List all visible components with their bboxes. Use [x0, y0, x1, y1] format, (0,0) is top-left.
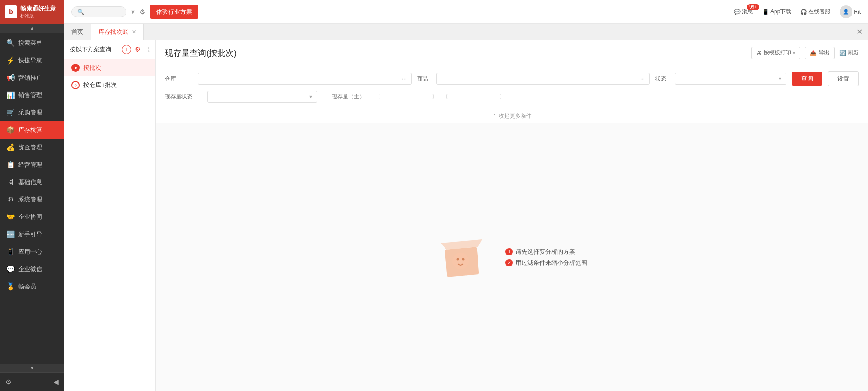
sidebar-item-marketing[interactable]: 📢 营销推广 [0, 69, 64, 87]
sidebar-header: b 畅康通好生意 标准版 [0, 0, 64, 24]
sidebar-item-guide[interactable]: 🆕 新手引导 [0, 226, 64, 243]
sidebar-item-member[interactable]: 🏅 畅会员 [0, 278, 64, 295]
sidebar-item-search[interactable]: 🔍 搜索菜单 [0, 34, 64, 52]
scroll-down-btn[interactable]: ▼ [0, 364, 64, 372]
refresh-label: 刷新 [848, 49, 859, 57]
topbar-search-bar[interactable]: 🔍 [71, 6, 126, 17]
tab-home-label: 首页 [71, 28, 83, 36]
sidebar-item-inventory[interactable]: 📦 库存核算 [0, 121, 64, 139]
plan-item-by-warehouse-batch[interactable]: ○ 按仓库+批次 [64, 76, 155, 94]
app-download-label: App下载 [770, 8, 791, 16]
sidebar-item-operation[interactable]: 📋 经营管理 [0, 156, 64, 174]
hint-1-text: 请先选择要分析的方案 [516, 248, 575, 256]
range-dash: — [437, 93, 443, 100]
sidebar-item-system[interactable]: ⚙ 系统管理 [0, 191, 64, 208]
sidebar-nav: 🔍 搜索菜单 ⚡ 快捷导航 📢 营销推广 📊 销售管理 🛒 采购管理 📦 库存核… [0, 33, 64, 364]
message-btn[interactable]: 💬 消息 99+ [734, 8, 753, 16]
settings-button[interactable]: 设置 [828, 71, 859, 86]
sidebar-item-quick-label: 快捷导航 [18, 56, 42, 65]
panel-collapse-icon[interactable]: 《 [144, 46, 150, 54]
sidebar-item-system-label: 系统管理 [18, 196, 42, 204]
sidebar-item-operation-label: 经营管理 [18, 161, 42, 169]
status-dropdown-icon: ▾ [779, 76, 781, 82]
footer-settings-icon[interactable]: ⚙ [4, 376, 13, 387]
warehouse-input[interactable]: ··· [198, 73, 412, 85]
product-input[interactable]: ··· [436, 73, 650, 85]
sidebar-item-inventory-label: 库存核算 [18, 126, 42, 134]
inventory-icon: 📦 [6, 126, 15, 134]
inventory-amount-range: — [379, 93, 859, 100]
export-icon: 📤 [810, 50, 817, 56]
inventory-amount-to[interactable] [446, 94, 501, 99]
sidebar-item-wechat[interactable]: 💬 企业微信 [0, 261, 64, 278]
sidebar-item-basic[interactable]: 🗄 基础信息 [0, 174, 64, 191]
plan-item-by-batch[interactable]: ● 按批次 [64, 59, 155, 76]
tab-inventory-batch[interactable]: 库存批次账 ✕ [91, 24, 144, 40]
trial-button[interactable]: 体验行业方案 [150, 5, 198, 19]
svg-point-3 [457, 258, 459, 260]
tab-panel-close-btn[interactable]: ✕ [851, 27, 868, 36]
filter-row-2: 现存量状态 ▾ 现存量（主） — [165, 91, 859, 103]
basic-icon: 🗄 [6, 179, 15, 186]
left-panel-actions: + ⚙ 《 [122, 45, 150, 54]
topbar-gear-icon[interactable]: ⚙ [139, 8, 145, 16]
query-button[interactable]: 查询 [792, 72, 822, 86]
wechat-icon: 💬 [6, 265, 15, 273]
page-title-row: 现存量查询(按批次) 🖨 按模板打印 ▾ 📤 导出 🔄 [165, 47, 859, 59]
sidebar-item-search-label: 搜索菜单 [18, 39, 42, 47]
inventory-status-select[interactable]: ▾ [207, 91, 317, 103]
inventory-status-label: 现存量状态 [165, 93, 202, 101]
purchase-icon: 🛒 [6, 109, 15, 117]
add-plan-btn[interactable]: + [122, 45, 131, 54]
export-btn[interactable]: 📤 导出 [805, 47, 835, 59]
quick-icon: ⚡ [6, 56, 15, 65]
headset-icon: 🎧 [800, 9, 807, 15]
sidebar-item-guide-label: 新手引导 [18, 230, 42, 239]
apps-icon: 📱 [6, 248, 15, 256]
sidebar-item-quick[interactable]: ⚡ 快捷导航 [0, 52, 64, 69]
inventory-amount-from[interactable] [379, 94, 434, 99]
scroll-up-btn[interactable]: ▲ [0, 24, 64, 33]
sidebar-item-apps[interactable]: 📱 应用中心 [0, 243, 64, 261]
hint-2: 2 用过滤条件来缩小分析范围 [505, 259, 587, 267]
page-actions: 🖨 按模板打印 ▾ 📤 导出 🔄 刷新 [751, 47, 859, 59]
sidebar-item-corp[interactable]: 🤝 企业协同 [0, 208, 64, 226]
plan-by-batch-icon: ● [71, 64, 80, 72]
inventory-amount-label: 现存量（主） [332, 93, 373, 101]
warehouse-dots: ··· [402, 76, 407, 82]
sidebar-item-wechat-label: 企业微信 [18, 265, 42, 273]
collapse-filter-btn[interactable]: ⌃ 收起更多条件 [156, 109, 868, 123]
app-edition: 标准版 [20, 13, 56, 19]
sales-icon: 📊 [6, 91, 15, 99]
plan-by-warehouse-batch-label: 按仓库+批次 [83, 81, 117, 89]
refresh-btn[interactable]: 🔄 刷新 [839, 49, 859, 57]
empty-text: 1 请先选择要分析的方案 2 用过滤条件来缩小分析范围 [505, 245, 587, 270]
online-service-btn[interactable]: 🎧 在线客服 [800, 8, 830, 16]
search-icon: 🔍 [6, 39, 15, 47]
sidebar-item-corp-label: 企业协同 [18, 213, 42, 221]
user-profile-btn[interactable]: 👤 Rit [840, 5, 861, 18]
plus-icon: + [125, 46, 128, 53]
empty-svg [437, 230, 492, 285]
print-label: 按模板打印 [764, 49, 791, 57]
finance-icon: 💰 [6, 143, 15, 152]
sidebar-item-purchase[interactable]: 🛒 采购管理 [0, 104, 64, 121]
topbar-dropdown-icon[interactable]: ▾ [131, 7, 135, 16]
tab-home[interactable]: 首页 [64, 24, 91, 40]
tab-close-icon[interactable]: ✕ [132, 29, 136, 35]
status-select[interactable]: ▾ [675, 73, 786, 85]
topbar-search-icon: 🔍 [77, 9, 84, 15]
app-logo: b [5, 5, 17, 18]
footer-collapse-icon[interactable]: ◀ [52, 376, 60, 387]
product-label: 商品 [417, 75, 431, 83]
app-download-btn[interactable]: 📱 App下载 [762, 8, 791, 16]
inventory-status-dropdown-icon: ▾ [309, 93, 312, 100]
print-btn[interactable]: 🖨 按模板打印 ▾ [751, 47, 800, 59]
sidebar-item-finance[interactable]: 💰 资金管理 [0, 139, 64, 156]
app-download-icon: 📱 [762, 9, 769, 15]
print-dropdown-icon[interactable]: ▾ [793, 50, 795, 55]
sidebar-item-sales[interactable]: 📊 销售管理 [0, 87, 64, 104]
plan-settings-icon[interactable]: ⚙ [135, 45, 141, 54]
warehouse-label: 仓库 [165, 75, 192, 83]
sidebar-item-marketing-label: 营销推广 [18, 74, 42, 82]
